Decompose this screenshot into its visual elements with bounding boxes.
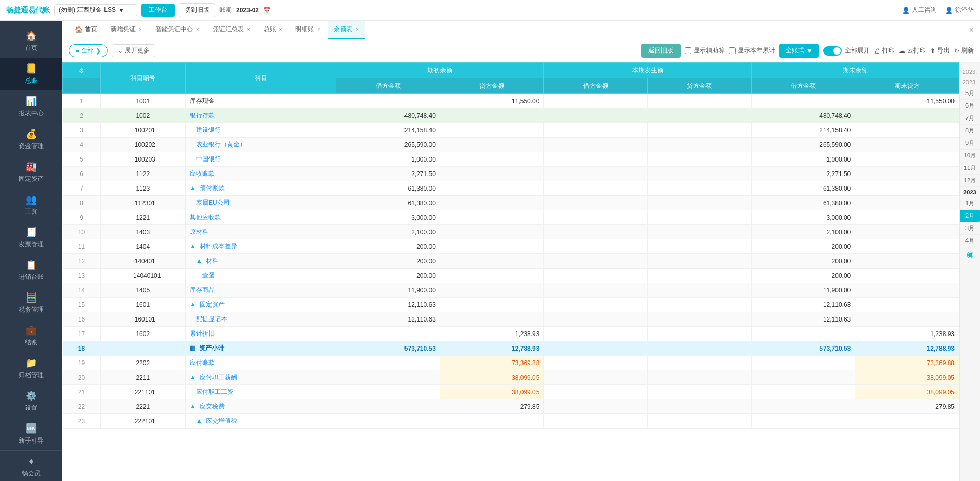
tab-close-all[interactable]: × bbox=[969, 25, 974, 35]
sidebar-item-salary[interactable]: 👥 工资 bbox=[0, 189, 62, 221]
ob-credit bbox=[440, 196, 544, 210]
eb-credit bbox=[855, 283, 959, 298]
tab-detail-ledger[interactable]: 明细账 × bbox=[289, 21, 326, 39]
refresh-action[interactable]: ↻ 刷新 bbox=[954, 46, 974, 55]
calendar-icon[interactable]: 📅 bbox=[263, 7, 271, 14]
sidebar-item-settings[interactable]: ⚙️ 设置 bbox=[0, 385, 62, 418]
tab-general-ledger-close[interactable]: × bbox=[279, 26, 282, 32]
print-action[interactable]: 🖨 打印 bbox=[874, 46, 895, 55]
month-3[interactable]: 3月 bbox=[960, 222, 980, 235]
tab-voucher-summary[interactable]: 凭证汇总表 × bbox=[206, 21, 256, 39]
sidebar-item-archive[interactable]: 📁 归档管理 bbox=[0, 352, 62, 385]
sidebar-item-report[interactable]: 📊 报表中心 bbox=[0, 90, 62, 123]
sidebar-item-member[interactable]: ♦ 畅会员 bbox=[0, 451, 62, 481]
ob-debit bbox=[336, 399, 440, 414]
company-selector[interactable]: (勿删) 江西股金-LSS ▼ bbox=[54, 4, 137, 16]
tab-general-ledger[interactable]: 总账 × bbox=[257, 21, 289, 39]
month-7[interactable]: 7月 bbox=[960, 112, 980, 125]
tab-balance-sheet-close[interactable]: × bbox=[356, 26, 359, 32]
expand-more-button[interactable]: ⌄ 展开更多 bbox=[112, 44, 155, 57]
sidebar-item-asset[interactable]: 🏭 固定资产 bbox=[0, 156, 62, 189]
row-num: 19 bbox=[63, 356, 101, 370]
tab-smart-voucher[interactable]: 智能凭证中心 × bbox=[149, 21, 205, 39]
ob-debit: 2,271.50 bbox=[336, 167, 440, 181]
panel-toggle[interactable]: ◉ bbox=[960, 249, 980, 259]
row-name[interactable]: 农业银行（黄金） bbox=[185, 138, 336, 152]
month-5[interactable]: 5月 bbox=[960, 87, 980, 100]
settings-header[interactable]: ⚙ bbox=[63, 63, 101, 78]
row-name[interactable]: ▲ 材料 bbox=[185, 254, 336, 269]
cur-credit bbox=[648, 94, 752, 109]
row-name[interactable]: 应付账款 bbox=[185, 356, 336, 370]
row-name[interactable]: 库存商品 bbox=[185, 283, 336, 298]
cur-debit bbox=[544, 356, 648, 370]
filter-all-button[interactable]: ● 全部 ❯ bbox=[69, 44, 108, 57]
month-2[interactable]: 2月 bbox=[960, 210, 980, 222]
row-code: 2211 bbox=[100, 370, 185, 385]
row-name[interactable]: 建设银行 bbox=[185, 123, 336, 138]
row-name[interactable]: 其他应收款 bbox=[185, 210, 336, 225]
row-num: 16 bbox=[63, 312, 101, 327]
month-6[interactable]: 6月 bbox=[960, 100, 980, 112]
switch-version-button[interactable]: 切到旧版 bbox=[179, 3, 215, 17]
cur-debit bbox=[544, 254, 648, 269]
consult-item[interactable]: 👤 人工咨询 bbox=[902, 6, 937, 15]
row-code: 2202 bbox=[100, 356, 185, 370]
row-name[interactable]: ▲ 固定资产 bbox=[185, 298, 336, 312]
main-layout: 🏠 首页 📒 总账 📊 报表中心 💰 资金管理 🏭 固定资产 👥 工资 bbox=[0, 21, 980, 481]
row-num: 18 bbox=[63, 341, 101, 356]
show-auxiliary-checkbox[interactable] bbox=[685, 47, 691, 54]
month-9[interactable]: 9月 bbox=[960, 137, 980, 150]
row-name[interactable]: 中国银行 bbox=[185, 152, 336, 167]
sidebar-item-settle[interactable]: 💼 结账 bbox=[0, 319, 62, 352]
tab-new-voucher-close[interactable]: × bbox=[139, 26, 142, 32]
full-mode-button[interactable]: 全账式 ▼ bbox=[779, 44, 819, 58]
month-12[interactable]: 12月 bbox=[960, 175, 980, 187]
sidebar-item-purchase[interactable]: 📋 进销台账 bbox=[0, 254, 62, 287]
tab-new-voucher[interactable]: 新增凭证 × bbox=[104, 21, 148, 39]
sidebar-item-ledger[interactable]: 📒 总账 bbox=[0, 58, 62, 90]
row-name[interactable]: 配提显记本 bbox=[185, 312, 336, 327]
month-10[interactable]: 10月 bbox=[960, 150, 980, 162]
month-11[interactable]: 11月 bbox=[960, 162, 980, 175]
refresh-label: 刷新 bbox=[961, 46, 974, 55]
export-action[interactable]: ⬆ 导出 bbox=[930, 46, 950, 55]
row-name[interactable]: ▲ 材料成本差异 bbox=[185, 239, 336, 254]
tab-smart-voucher-close[interactable]: × bbox=[196, 26, 199, 32]
row-name[interactable]: ▲ 预付账款 bbox=[185, 181, 336, 196]
sidebar-item-invoice[interactable]: 🧾 发票管理 bbox=[0, 221, 62, 254]
sidebar-item-fund[interactable]: 💰 资金管理 bbox=[0, 123, 62, 156]
row-name[interactable]: ▲ 应交增值税 bbox=[185, 414, 336, 429]
row-name[interactable]: 应收账款 bbox=[185, 167, 336, 181]
cloud-print-action[interactable]: ☁ 云打印 bbox=[899, 46, 926, 55]
row-name[interactable]: 壹蛋 bbox=[185, 269, 336, 283]
expand-all-toggle[interactable] bbox=[823, 46, 842, 56]
row-name[interactable]: 原材料 bbox=[185, 225, 336, 239]
user-item[interactable]: 👤 徐泽华 bbox=[945, 6, 974, 15]
month-8[interactable]: 8月 bbox=[960, 125, 980, 137]
row-name[interactable]: 应付职工工资 bbox=[185, 385, 336, 399]
row-name[interactable]: 银行存款 bbox=[185, 109, 336, 123]
tab-balance-sheet[interactable]: 余额表 × bbox=[328, 21, 365, 39]
workbench-button[interactable]: 工作台 bbox=[141, 4, 175, 17]
sidebar-item-tax[interactable]: 🧮 税务管理 bbox=[0, 287, 62, 319]
ob-credit bbox=[440, 138, 544, 152]
return-old-button[interactable]: 返回旧版 bbox=[641, 44, 681, 58]
tab-balance-sheet-label: 余额表 bbox=[334, 25, 352, 34]
sidebar-item-home[interactable]: 🏠 首页 bbox=[0, 25, 62, 58]
tab-detail-ledger-close[interactable]: × bbox=[317, 26, 320, 32]
cur-debit bbox=[544, 152, 648, 167]
row-name[interactable]: ▲ 应付职工薪酬 bbox=[185, 370, 336, 385]
row-name[interactable]: 塞属EU公司 bbox=[185, 196, 336, 210]
tab-home[interactable]: 🏠 首页 bbox=[69, 21, 103, 39]
month-4[interactable]: 4月 bbox=[960, 235, 980, 247]
month-1[interactable]: 1月 bbox=[960, 197, 980, 210]
ob-debit bbox=[336, 385, 440, 399]
row-name[interactable]: ▲ 应交税费 bbox=[185, 399, 336, 414]
tab-voucher-summary-close[interactable]: × bbox=[247, 26, 250, 32]
row-name[interactable]: 累计折旧 bbox=[185, 327, 336, 341]
sidebar-label-salary: 工资 bbox=[25, 207, 37, 216]
tab-smart-voucher-label: 智能凭证中心 bbox=[155, 25, 193, 34]
show-year-accum-checkbox[interactable] bbox=[729, 47, 736, 54]
sidebar-item-guide[interactable]: 🆕 新手引导 bbox=[0, 418, 62, 450]
